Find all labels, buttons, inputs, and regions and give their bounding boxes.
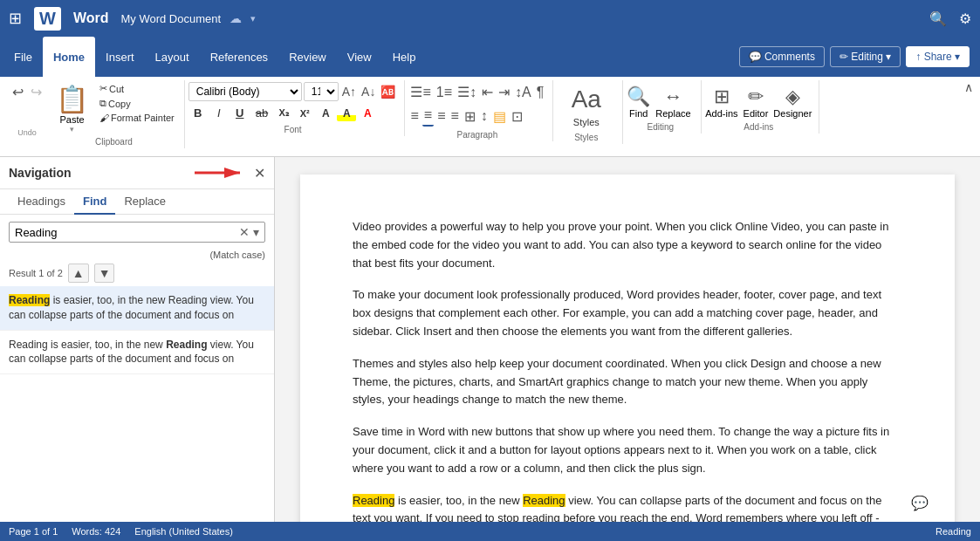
doc-title: My Word Document — [120, 12, 221, 25]
reading-mode-label: Reading — [935, 526, 971, 537]
search-clear-button[interactable]: ✕ — [239, 225, 250, 239]
decrease-indent-button[interactable]: ⇤ — [480, 82, 495, 102]
font-group-label: Font — [188, 125, 398, 134]
search-results-list: Reading is easier, too, in the new Readi… — [0, 286, 274, 522]
underline-button[interactable]: U — [230, 105, 250, 121]
strikethrough-button[interactable]: ab — [251, 105, 272, 121]
reading-mode-indicator[interactable]: Reading — [935, 526, 971, 537]
find-icon: 🔍 — [627, 86, 650, 108]
menu-item-layout[interactable]: Layout — [145, 37, 200, 77]
search-input[interactable] — [15, 226, 236, 239]
format-painter-button[interactable]: 🖌 Format Painter — [97, 112, 177, 124]
doc-paragraph: Themes and styles also help keep your do… — [353, 355, 902, 409]
tab-replace[interactable]: Replace — [115, 189, 175, 215]
paragraph-comment-icon[interactable]: 💬 — [911, 492, 929, 515]
italic-button[interactable]: I — [209, 105, 229, 121]
navigation-header: Navigation ✕ — [0, 157, 274, 189]
align-right-button[interactable]: ≡ — [435, 106, 447, 126]
doc-paragraph: Video provides a powerful way to help yo… — [353, 218, 902, 272]
align-left-button[interactable]: ≡ — [408, 106, 420, 126]
add-ins-group-label: Add-ins — [705, 122, 812, 132]
increase-font-button[interactable]: A↑ — [340, 83, 358, 100]
subscript-button[interactable]: X₂ — [274, 106, 293, 120]
decrease-font-button[interactable]: A↓ — [360, 83, 377, 100]
cloud-save-icon[interactable]: ☁ — [230, 11, 242, 25]
menu-item-home[interactable]: Home — [43, 37, 95, 77]
navigation-panel: Navigation ✕ Headings Find Replace ✕ ▾ — [0, 157, 275, 522]
document-area: Video provides a powerful way to help yo… — [275, 157, 980, 522]
bold-button[interactable]: B — [188, 105, 208, 121]
menu-bar: File Home Insert Layout References Revie… — [0, 37, 980, 77]
designer-button[interactable]: ◈ Designer — [773, 86, 812, 119]
navigation-close-button[interactable]: ✕ — [254, 165, 265, 181]
search-icon[interactable]: 🔍 — [929, 10, 947, 27]
align-center-button[interactable]: ≡ — [422, 106, 434, 127]
highlight-color-button[interactable]: A — [337, 106, 356, 121]
redo-button[interactable]: ↪ — [29, 82, 44, 102]
font-color-button[interactable]: A — [316, 106, 335, 121]
border-button[interactable]: ⊡ — [510, 106, 524, 127]
show-formatting-button[interactable]: ¶ — [535, 83, 546, 102]
clear-format-button[interactable]: 🆎 — [379, 83, 397, 100]
multilevel-list-button[interactable]: ☰↕ — [456, 82, 478, 102]
settings-icon[interactable]: ⚙ — [959, 10, 971, 27]
menu-item-review[interactable]: Review — [278, 37, 337, 77]
match-case-label: (Match case) — [0, 250, 274, 264]
font-group: Calibri (Body) 11 A↑ A↓ 🆎 B I U ab X₂ X²… — [185, 80, 406, 136]
main-area: Navigation ✕ Headings Find Replace ✕ ▾ — [0, 157, 980, 522]
navigation-tabs: Headings Find Replace — [0, 189, 274, 215]
paragraph-group-label: Paragraph — [408, 130, 545, 140]
tab-headings[interactable]: Headings — [9, 189, 74, 215]
menu-item-view[interactable]: View — [337, 37, 382, 77]
search-result-item[interactable]: Reading is easier, too, in the new Readi… — [0, 331, 274, 375]
font-size-select[interactable]: 11 — [304, 82, 339, 101]
font-family-select[interactable]: Calibri (Body) — [188, 82, 302, 101]
cut-button[interactable]: ✂ Cut — [97, 82, 177, 95]
styles-label[interactable]: Styles — [573, 117, 600, 127]
columns-button[interactable]: ⊞ — [463, 106, 477, 127]
replace-button[interactable]: ↔ Replace — [655, 86, 690, 119]
paste-button[interactable]: 📋 Paste ▾ — [51, 82, 93, 135]
word-logo: W — [34, 7, 61, 31]
justify-button[interactable]: ≡ — [449, 106, 460, 126]
sort-button[interactable]: ↕A — [513, 83, 533, 102]
menu-item-insert[interactable]: Insert — [95, 37, 145, 77]
clipboard-group: 📋 Paste ▾ ✂ Cut ⧉ Copy 🖌 Format Painter … — [47, 80, 185, 148]
previous-result-button[interactable]: ▲ — [68, 264, 89, 283]
search-result-item[interactable]: Reading is easier, too, in the new Readi… — [0, 286, 274, 331]
bullets-button[interactable]: ☰≡ — [408, 82, 432, 102]
search-options-button[interactable]: ▾ — [253, 225, 259, 239]
tab-find[interactable]: Find — [74, 189, 115, 215]
font-color-2-button[interactable]: A — [358, 106, 377, 121]
styles-group-label: Styles — [557, 133, 615, 142]
undo-button[interactable]: ↩ — [10, 82, 25, 102]
navigation-title: Navigation — [9, 166, 188, 180]
superscript-button[interactable]: X² — [295, 106, 314, 120]
numbering-button[interactable]: 1≡ — [435, 83, 454, 102]
menu-item-file[interactable]: File — [3, 37, 43, 77]
line-spacing-button[interactable]: ↕ — [479, 106, 490, 126]
increase-indent-button[interactable]: ⇥ — [497, 82, 511, 102]
shading-button[interactable]: ▤ — [491, 106, 508, 127]
title-bar: ⊞ W Word My Word Document ☁ ▾ 🔍 ⚙ — [0, 0, 980, 37]
next-result-button[interactable]: ▼ — [94, 264, 115, 283]
doc-paragraph: Save time in Word with new buttons that … — [353, 423, 902, 477]
menu-item-references[interactable]: References — [200, 37, 278, 77]
ribbon-expand-button[interactable]: ∧ — [964, 80, 973, 94]
copy-button[interactable]: ⧉ Copy — [97, 97, 177, 110]
chevron-down-icon[interactable]: ▾ — [250, 13, 256, 24]
share-button[interactable]: ↑ Share ▾ — [906, 46, 970, 67]
editing-button[interactable]: ✏ Editing ▾ — [830, 46, 901, 67]
find-button[interactable]: 🔍 Find — [627, 86, 650, 119]
doc-paragraph-reading: Reading is easier, too, in the new Readi… — [353, 492, 902, 522]
editor-icon: ✏ — [748, 86, 764, 108]
editor-button[interactable]: ✏ Editor — [744, 86, 769, 119]
highlighted-reading-1: Reading — [353, 494, 394, 507]
menu-item-help[interactable]: Help — [382, 37, 427, 77]
search-result-text: Reading is easier, too, in the new — [9, 339, 166, 351]
add-ins-button[interactable]: ⊞ Add-ins — [705, 86, 737, 119]
paste-icon: 📋 — [56, 84, 88, 114]
app-grid-icon[interactable]: ⊞ — [9, 9, 22, 28]
comments-button[interactable]: 💬 Comments — [739, 46, 825, 67]
copy-icon: ⧉ — [99, 98, 106, 109]
